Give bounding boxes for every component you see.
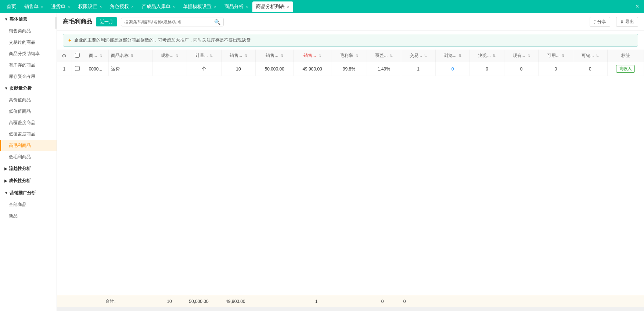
sidebar-item-high-value[interactable]: 高价值商品 [0,94,57,106]
cell-tag: 高收入 [607,62,644,76]
sort-icon: ⇅ [99,54,102,58]
settings-icon: ⚙ [62,53,66,59]
sidebar-item-low-value[interactable]: 低价值商品 [0,106,57,117]
th-settings[interactable]: ⚙ [57,50,72,62]
cell-browse1[interactable]: 0 [435,62,470,76]
th-code[interactable]: 商... ⇅ [83,50,108,62]
data-table: ⚙ 商... ⇅ 商品名称 ⇅ [57,50,644,76]
th-saleable-stock[interactable]: 可销... ⇅ [573,50,608,62]
sidebar-item-high-coverage[interactable]: 高覆盖度商品 [0,117,57,129]
th-checkbox[interactable] [72,50,83,62]
sidebar-group-trend[interactable]: ▶ 流趋性分析 [0,163,57,175]
th-browse1[interactable]: 浏览... ⇅ [435,50,470,62]
sidebar-item-traded-goods[interactable]: 交易过的商品 [0,37,57,48]
close-product-storage-tab[interactable]: × [173,4,175,9]
page-title: 高毛利商品 [63,18,92,26]
select-all-checkbox[interactable] [75,53,80,58]
th-current-stock[interactable]: 现有... ⇅ [504,50,539,62]
close-analysis-list-tab[interactable]: × [287,4,289,9]
th-sales-amt[interactable]: 销售... ⇅ [256,50,294,62]
sidebar-item-stock-capital[interactable]: 库存资金占用 [0,71,57,82]
close-sales-tab[interactable]: × [41,4,43,9]
cell-spec [152,62,187,76]
sidebar-item-sales-goods[interactable]: 销售类商品 [0,25,57,37]
th-sales-qty[interactable]: 销售... ⇅ [221,50,256,62]
sidebar-item-all-goods[interactable]: 全部商品 [0,199,57,210]
export-icon: ⬇ [620,19,624,25]
sort-icon: ⇅ [527,54,530,58]
th-unit[interactable]: 计量... ⇅ [187,50,222,62]
nav-product-analysis[interactable]: 商品分析 × [221,1,252,12]
sort-icon: ⇅ [318,54,321,58]
export-button[interactable]: ⬇ 导出 [616,17,638,27]
nav-product-storage[interactable]: 产成品入库单 × [138,1,179,12]
th-browse2[interactable]: 浏览... ⇅ [470,50,504,62]
info-icon: ✦ [68,37,72,43]
arrow-icon: ▶ [4,179,7,183]
footer-sales-qty: 10 [158,299,180,304]
sidebar-group-overall[interactable]: ▼ 整体信息 [0,13,57,25]
nav-home[interactable]: 首页 [3,1,20,12]
th-coverage[interactable]: 覆盖... ⇅ [367,50,401,62]
close-purchase-tab[interactable]: × [68,4,70,9]
cell-available-stock: 0 [539,62,573,76]
sidebar-item-low-coverage[interactable]: 低覆盖度商品 [0,129,57,140]
nav-purchase[interactable]: 进货单 × [47,1,73,12]
nav-template-settings[interactable]: 单据模板设置 × [179,1,220,12]
sidebar-item-category-rate[interactable]: 商品分类助销率 [0,48,57,59]
nav-analysis-list[interactable]: 商品分析列表 × [252,1,293,12]
sidebar-item-high-margin[interactable]: 高毛利商品 [0,140,57,151]
cell-tx-count: 1 [401,62,436,76]
sort-icon: ⇅ [390,54,393,58]
th-available-stock[interactable]: 可用... ⇅ [539,50,573,62]
sort-icon: ⇅ [596,54,599,58]
close-permission-tab[interactable]: × [100,4,102,9]
window-close-button[interactable]: × [633,3,641,10]
main-layout: « ▼ 整体信息 销售类商品 交易过的商品 商品分类助销率 有库存的商品 库存资… [0,13,644,311]
sidebar-item-new-goods[interactable]: 新品 [0,210,57,222]
nav-sales[interactable]: 销售单 × [21,1,47,12]
sidebar-group-contribution[interactable]: ▼ 贡献量分析 [0,82,57,94]
cell-coverage: 1.49% [367,62,401,76]
content-header: 高毛利商品 近一月 🔍 ⤴ 分享 ⬇ 导出 [57,13,644,31]
close-template-tab[interactable]: × [214,4,216,9]
filter-recent-month-button[interactable]: 近一月 [96,17,117,26]
table-row: 1 0000... 运费 个 10 50,000.00 49,900.00 99… [57,62,644,76]
sort-icon: ⇅ [280,54,283,58]
share-button[interactable]: ⤴ 分享 [590,17,610,27]
footer-tx-count: 1 [305,299,327,304]
sort-icon: ⇅ [493,54,496,58]
sort-icon: ⇅ [355,54,358,58]
nav-permission[interactable]: 权限设置 × [75,1,105,12]
cell-sales-cost: 49,900.00 [294,62,331,76]
table-wrapper[interactable]: ⚙ 商... ⇅ 商品名称 ⇅ [57,50,644,295]
th-tx-count[interactable]: 交易... ⇅ [401,50,436,62]
share-icon: ⤴ [594,19,596,25]
nav-role[interactable]: 角色授权 × [106,1,137,12]
sort-icon: ⇅ [175,54,178,58]
sidebar-item-stocked-goods[interactable]: 有库存的商品 [0,59,57,71]
th-sales-cost[interactable]: 销售... ⇅ [294,50,331,62]
th-name[interactable]: 商品名称 ⇅ [108,50,152,62]
th-tag[interactable]: 标签 [607,50,644,62]
footer-sales-cost: 49,900.00 [217,299,254,304]
close-analysis-tab[interactable]: × [246,4,248,9]
sidebar-collapse-button[interactable]: « [55,17,57,29]
search-input[interactable] [124,19,213,25]
sidebar-group-growth[interactable]: ▶ 成长性分析 [0,175,57,187]
cell-index: 1 [57,62,72,76]
sidebar-item-low-margin[interactable]: 低毛利商品 [0,151,57,163]
cell-checkbox[interactable] [72,62,83,76]
search-icon[interactable]: 🔍 [214,19,220,25]
sidebar-group-marketing[interactable]: ▼ 营销推广分析 [0,187,57,199]
bottom-scrollbar[interactable] [57,307,644,311]
footer-total-label: 合计: [63,298,158,304]
cell-sales-qty: 10 [221,62,256,76]
th-spec[interactable]: 规格... ⇅ [152,50,187,62]
close-role-tab[interactable]: × [131,4,133,9]
th-gross-rate[interactable]: 毛利率 ⇅ [331,50,367,62]
sort-icon: ⇅ [561,54,564,58]
row-checkbox[interactable] [75,66,80,71]
info-banner: ✦ 企业的主要的利润都是这部分商品创造的，可考虑加大推广，同时关注库存是不要出现… [63,34,638,47]
sort-icon: ⇅ [424,54,427,58]
